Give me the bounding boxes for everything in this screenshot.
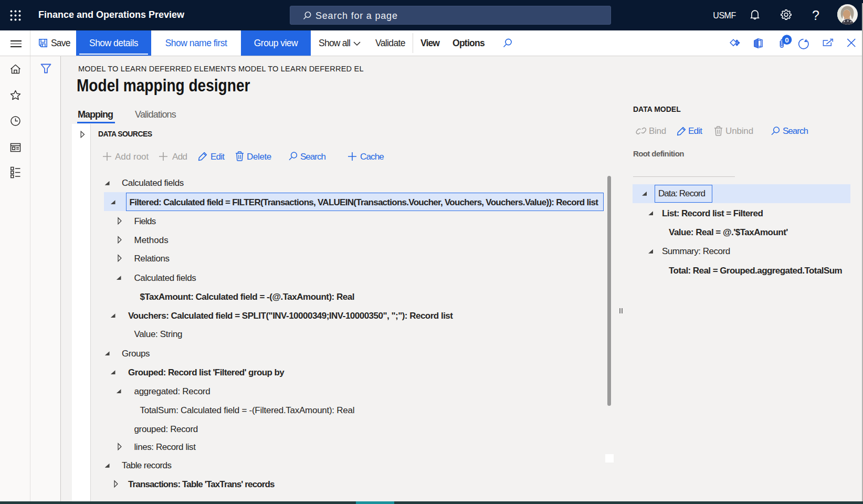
svg-text:0: 0 xyxy=(785,36,789,44)
